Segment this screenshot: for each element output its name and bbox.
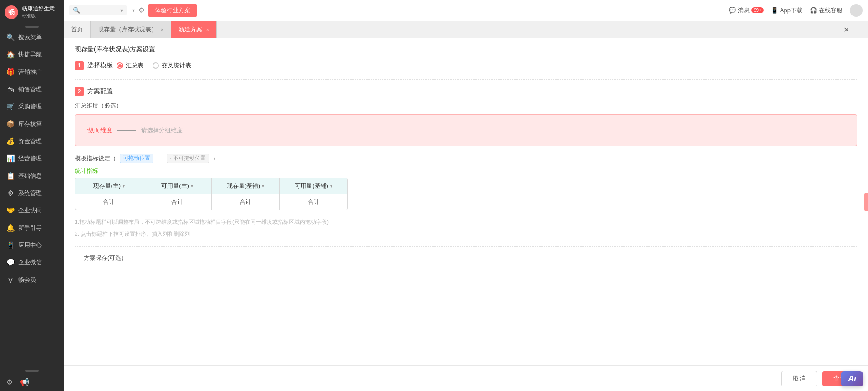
tab-inventory[interactable]: 现存量（库存状况表） × xyxy=(91,21,171,38)
indicator-table: 现存量(主) ▾ 可用量(主) ▾ 现存量(基辅) ▾ xyxy=(75,178,348,210)
sidebar-item-marketing[interactable]: 🎁 营销推广 xyxy=(0,63,64,81)
save-checkbox[interactable] xyxy=(75,255,81,261)
sidebar-item-inventory[interactable]: 📦 库存核算 xyxy=(0,115,64,133)
sidebar-item-app-center[interactable]: 📱 应用中心 xyxy=(0,237,64,254)
section1-title: 选择模板 xyxy=(87,62,113,70)
app-download-btn[interactable]: 📱 App下载 xyxy=(771,6,802,15)
settings-icon[interactable]: ⚙ xyxy=(6,378,13,386)
search-chevron-icon[interactable]: ▾ xyxy=(120,7,123,14)
indicator-table-header: 现存量(主) ▾ 可用量(主) ▾ 现存量(基辅) ▾ xyxy=(75,178,347,194)
section1-number: 1 xyxy=(75,61,84,70)
search-icon: 🔍 xyxy=(73,7,80,14)
marketing-icon: 🎁 xyxy=(6,68,15,76)
message-btn[interactable]: 💬 消息 99+ xyxy=(729,6,764,15)
app-download-label: App下载 xyxy=(780,6,802,15)
radio-summary[interactable]: 汇总表 xyxy=(117,62,143,70)
search-input[interactable] xyxy=(82,7,118,14)
tab-inventory-close-icon[interactable]: × xyxy=(161,27,163,32)
col-inventory-aux-label: 现存量(基辅) xyxy=(227,182,260,190)
section-divider-1 xyxy=(75,79,857,80)
operations-icon: 📊 xyxy=(6,154,15,163)
non-draggable-badge: ▪ 不可拖动位置 xyxy=(167,154,209,163)
logo-text: 畅康通好生意 xyxy=(22,5,55,13)
col-chevron-3: ▾ xyxy=(330,184,332,189)
sidebar-item-label: 新手引导 xyxy=(18,224,42,232)
tab-new-plan-label: 新建方案 xyxy=(179,26,202,34)
speaker-icon[interactable]: 📢 xyxy=(20,378,29,386)
sidebar-scroll-up[interactable] xyxy=(0,25,64,29)
topbar-right: 💬 消息 99+ 📱 App下载 🎧 在线客服 xyxy=(729,4,863,17)
sidebar-item-membership[interactable]: V 畅会员 xyxy=(0,271,64,288)
right-edge-btn[interactable] xyxy=(864,193,868,211)
sidebar-item-quick-nav[interactable]: 🏠 快捷导航 xyxy=(0,46,64,63)
topbar-expand-icon[interactable]: ▾ xyxy=(132,7,135,14)
sidebar-item-label: 资金管理 xyxy=(18,137,42,145)
tab-home[interactable]: 首页 xyxy=(64,21,91,38)
sidebar-item-wechat[interactable]: 💬 企业微信 xyxy=(0,254,64,271)
sidebar-item-label: 经营管理 xyxy=(18,154,42,163)
col-chevron-0: ▾ xyxy=(123,184,125,189)
sidebar-item-sales[interactable]: 🛍 销售管理 xyxy=(0,81,64,98)
sidebar-item-onboarding[interactable]: 🔔 新手引导 xyxy=(0,219,64,237)
col-inventory-main[interactable]: 现存量(主) ▾ xyxy=(75,178,143,194)
sidebar-item-system[interactable]: ⚙ 系统管理 xyxy=(0,185,64,202)
tab-new-plan[interactable]: 新建方案 × xyxy=(171,21,216,38)
col-available-aux-label: 可用量(基辅) xyxy=(295,182,328,190)
sidebar-item-purchase[interactable]: 🛒 采购管理 xyxy=(0,98,64,115)
avatar[interactable] xyxy=(850,4,863,17)
basic-icon: 📋 xyxy=(6,172,15,180)
section2-number: 2 xyxy=(75,87,84,96)
sidebar-bottom: ⚙ 📢 xyxy=(0,373,64,391)
sidebar-scroll-down[interactable] xyxy=(0,369,64,373)
sidebar-item-label: 基础信息 xyxy=(18,172,42,180)
col-inventory-aux[interactable]: 现存量(基辅) ▾ xyxy=(212,178,280,194)
sidebar-nav: 🔍 搜索菜单 🏠 快捷导航 🎁 营销推广 🛍 销售管理 🛒 采购管理 📦 库存核… xyxy=(0,29,64,369)
sidebar-item-finance[interactable]: 💰 资金管理 xyxy=(0,133,64,150)
indicator-settings: 模板指标设定（ 可拖动位置 ▪ 不可拖动位置 ） 统计指标 xyxy=(75,154,857,210)
save-option[interactable]: 方案保存(可选) xyxy=(75,254,857,262)
sidebar-item-operations[interactable]: 📊 经营管理 xyxy=(0,150,64,167)
sidebar: 畅 畅康通好生意 标准版 🔍 搜索菜单 🏠 快捷导航 🎁 营销推广 🛍 销售管理… xyxy=(0,0,64,391)
inventory-icon: 📦 xyxy=(6,120,15,128)
tip-2: 2. 点击标题栏下拉可设置排序、插入列和删除列 xyxy=(75,229,857,239)
cell-0-1: 合计 xyxy=(143,194,212,210)
sidebar-item-search-menu[interactable]: 🔍 搜索菜单 xyxy=(0,29,64,46)
main-area: 🔍 ▾ ▾ ⚙ 体验行业方案 💬 消息 99+ 📱 App下载 🎧 在线客服 xyxy=(64,0,868,391)
section-divider-2 xyxy=(75,246,857,247)
logo-area: 畅 畅康通好生意 标准版 xyxy=(0,0,64,25)
sidebar-item-basic[interactable]: 📋 基础信息 xyxy=(0,167,64,185)
dimension-area[interactable]: *纵向维度 请选择分组维度 xyxy=(75,114,857,146)
draggable-badge: 可拖动位置 xyxy=(120,154,153,163)
sidebar-item-label: 销售管理 xyxy=(18,85,42,93)
purchase-icon: 🛒 xyxy=(6,103,15,111)
system-icon: ⚙ xyxy=(6,189,15,197)
sidebar-item-cooperation[interactable]: 🤝 企业协同 xyxy=(0,202,64,219)
wechat-icon: 💬 xyxy=(6,258,15,267)
table-row: 合计 合计 合计 合计 xyxy=(75,194,347,210)
tab-close-btn[interactable]: ✕ xyxy=(841,24,852,35)
radio-cross[interactable]: 交叉统计表 xyxy=(153,62,191,70)
dimension-placeholder: 请选择分组维度 xyxy=(141,126,183,134)
cell-0-2: 合计 xyxy=(212,194,280,210)
sidebar-item-label: 企业微信 xyxy=(18,258,42,267)
tab-new-plan-close-icon[interactable]: × xyxy=(206,27,209,32)
scroll-indicator-up xyxy=(25,26,39,28)
trial-btn[interactable]: 体验行业方案 xyxy=(148,4,197,17)
tabbar-actions: ✕ ⛶ xyxy=(841,24,868,35)
non-draggable-label: 不可拖动位置 xyxy=(173,154,206,162)
search-box[interactable]: 🔍 ▾ xyxy=(69,5,127,15)
section-config: 2 方案配置 汇总维度（必选） *纵向维度 请选择分组维度 模板指标设定（ xyxy=(75,87,857,262)
topbar-gear-icon[interactable]: ⚙ xyxy=(138,6,145,15)
sidebar-item-label: 企业协同 xyxy=(18,206,42,215)
ai-badge[interactable]: Ai xyxy=(841,371,863,386)
tab-expand-btn[interactable]: ⛶ xyxy=(853,24,864,35)
col-available-aux[interactable]: 可用量(基辅) ▾ xyxy=(280,178,347,194)
radio-summary-label: 汇总表 xyxy=(126,62,143,70)
section-template: 1 选择模板 汇总表 交叉统计表 xyxy=(75,61,857,70)
section2-header: 2 方案配置 xyxy=(75,87,857,96)
online-service-btn[interactable]: 🎧 在线客服 xyxy=(810,6,842,15)
col-available-main[interactable]: 可用量(主) ▾ xyxy=(143,178,212,194)
cancel-button[interactable]: 取消 xyxy=(781,371,817,386)
col-inventory-main-label: 现存量(主) xyxy=(93,182,121,190)
topbar: 🔍 ▾ ▾ ⚙ 体验行业方案 💬 消息 99+ 📱 App下载 🎧 在线客服 xyxy=(64,0,868,21)
